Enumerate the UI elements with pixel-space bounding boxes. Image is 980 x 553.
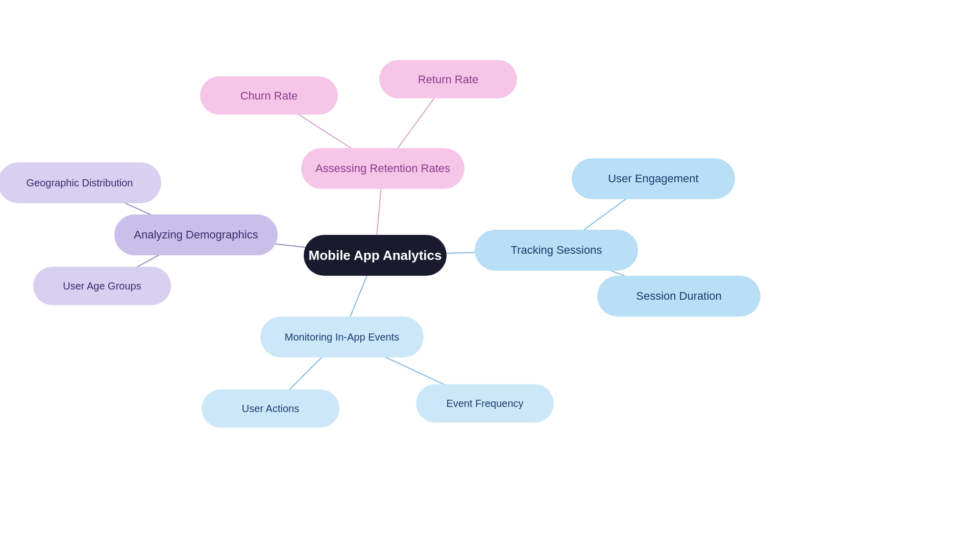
analyzing-demographics-node[interactable]: Analyzing Demographics	[114, 214, 278, 255]
return-rate-node[interactable]: Return Rate	[379, 60, 517, 99]
monitoring-inapp-node[interactable]: Monitoring In-App Events	[260, 317, 424, 357]
assessing-retention-node[interactable]: Assessing Retention Rates	[301, 148, 464, 189]
return-rate-label: Return Rate	[418, 73, 479, 86]
analyzing-demographics-label: Analyzing Demographics	[134, 228, 258, 242]
user-actions-node[interactable]: User Actions	[202, 390, 339, 428]
user-age-groups-node[interactable]: User Age Groups	[33, 267, 171, 305]
monitoring-inapp-label: Monitoring In-App Events	[285, 331, 400, 343]
geographic-distribution-label: Geographic Distribution	[27, 177, 133, 189]
user-engagement-label: User Engagement	[608, 172, 698, 185]
assessing-retention-label: Assessing Retention Rates	[315, 162, 450, 175]
user-engagement-node[interactable]: User Engagement	[572, 158, 735, 199]
center-node-label: Mobile App Analytics	[309, 248, 442, 263]
user-age-groups-label: User Age Groups	[63, 280, 141, 292]
churn-rate-label: Churn Rate	[240, 89, 298, 102]
user-actions-label: User Actions	[242, 403, 299, 415]
geographic-distribution-node[interactable]: Geographic Distribution	[0, 162, 161, 203]
session-duration-label: Session Duration	[636, 290, 722, 303]
event-frequency-node[interactable]: Event Frequency	[416, 384, 554, 423]
churn-rate-node[interactable]: Churn Rate	[200, 77, 338, 115]
session-duration-node[interactable]: Session Duration	[597, 276, 761, 317]
event-frequency-label: Event Frequency	[446, 398, 523, 410]
tracking-sessions-label: Tracking Sessions	[511, 244, 602, 257]
center-node[interactable]: Mobile App Analytics	[304, 235, 447, 276]
tracking-sessions-node[interactable]: Tracking Sessions	[475, 230, 638, 271]
